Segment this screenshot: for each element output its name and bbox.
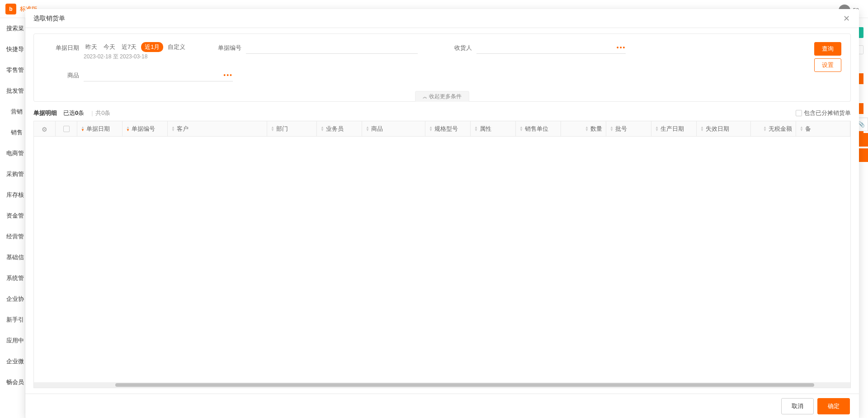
sort-icon	[321, 126, 324, 132]
modal-title: 选取销货单	[33, 14, 65, 23]
sort-icon	[474, 126, 478, 132]
cancel-button[interactable]: 取消	[781, 398, 814, 414]
sort-icon	[81, 126, 85, 132]
col-no[interactable]: 单据编号	[123, 121, 168, 136]
col-attr[interactable]: 属性	[471, 121, 516, 136]
confirm-button[interactable]: 确定	[817, 398, 850, 414]
include-allocated-label: 包含已分摊销货单	[804, 109, 851, 117]
doc-no-input[interactable]	[246, 42, 418, 54]
col-spec[interactable]: 规格型号	[425, 121, 471, 136]
sort-icon	[610, 126, 613, 132]
col-dept[interactable]: 部门	[267, 121, 317, 136]
filter-receiver: 收货人 •••	[436, 42, 626, 61]
sort-icon	[429, 126, 433, 132]
collapse-filters-toggle[interactable]: ︽ 收起更多条件	[415, 91, 469, 102]
filter-receiver-label: 收货人	[436, 42, 476, 52]
col-remark[interactable]: 备	[796, 121, 850, 136]
table-body	[34, 137, 850, 382]
sort-icon	[763, 126, 767, 132]
sort-icon	[700, 126, 704, 132]
sort-icon	[366, 126, 369, 132]
sort-icon	[585, 126, 589, 132]
date-quick-custom[interactable]: 自定义	[166, 42, 187, 52]
chevron-up-icon: ︽	[423, 94, 427, 100]
table-header-row: 单据日期 单据编号 客户 部门	[34, 121, 850, 137]
col-unit[interactable]: 销售单位	[516, 121, 561, 136]
date-quick-last1m[interactable]: 近1月	[141, 42, 163, 52]
filter-panel: 单据日期 昨天 今天 近7天 近1月 自定义 2023-02-18 至 2023…	[33, 33, 851, 102]
tab-detail[interactable]: 单据明细	[33, 109, 57, 117]
close-icon[interactable]: ✕	[842, 14, 851, 23]
col-product[interactable]: 商品	[362, 121, 425, 136]
filter-product-label: 商品	[43, 70, 84, 80]
filter-product: 商品 •••	[43, 70, 233, 81]
sort-icon	[126, 126, 130, 132]
product-more-icon[interactable]: •••	[223, 71, 233, 79]
date-quick-yesterday[interactable]: 昨天	[84, 42, 99, 52]
collapse-label: 收起更多条件	[429, 93, 462, 100]
date-quick-today[interactable]: 今天	[102, 42, 117, 52]
col-customer[interactable]: 客户	[168, 121, 267, 136]
col-exp-date[interactable]: 失效日期	[697, 121, 751, 136]
selected-count: 已选0条	[63, 109, 84, 117]
col-prod-date[interactable]: 生产日期	[651, 121, 697, 136]
filter-doc-no: 单据编号	[205, 42, 418, 61]
date-range-text: 2023-02-18 至 2023-03-18	[84, 53, 187, 61]
modal-footer: 取消 确定	[25, 394, 859, 418]
settings-button[interactable]: 设置	[814, 58, 841, 72]
sort-icon	[271, 126, 274, 132]
sort-icon	[519, 126, 523, 132]
sort-icon	[800, 126, 803, 132]
include-allocated-checkbox[interactable]: 包含已分摊销货单	[796, 109, 851, 117]
checkbox-icon	[796, 110, 802, 116]
col-qty[interactable]: 数量	[561, 121, 606, 136]
modal-header: 选取销货单 ✕	[25, 9, 859, 28]
filter-doc-no-label: 单据编号	[205, 42, 246, 52]
sort-icon	[171, 126, 175, 132]
filter-date: 单据日期 昨天 今天 近7天 近1月 自定义 2023-02-18 至 2023…	[43, 42, 187, 61]
sort-icon	[655, 126, 659, 132]
horizontal-scrollbar[interactable]	[34, 382, 850, 388]
date-quick-last7[interactable]: 近7天	[120, 42, 138, 52]
product-input[interactable]	[84, 70, 233, 81]
col-batch[interactable]: 批号	[606, 121, 651, 136]
table-settings-button[interactable]	[34, 121, 56, 136]
query-button[interactable]: 查询	[814, 42, 841, 56]
scrollbar-thumb[interactable]	[115, 383, 814, 387]
receiver-input[interactable]	[476, 42, 626, 54]
checkbox-icon	[63, 126, 70, 132]
col-date[interactable]: 单据日期	[77, 121, 123, 136]
select-all-checkbox[interactable]	[56, 121, 77, 136]
col-sales[interactable]: 业务员	[317, 121, 362, 136]
filter-date-label: 单据日期	[43, 42, 84, 52]
total-count: 共0条	[90, 109, 110, 117]
gear-icon	[42, 126, 48, 132]
receiver-more-icon[interactable]: •••	[617, 44, 626, 51]
results-table: 单据日期 单据编号 客户 部门	[33, 121, 851, 388]
col-amount[interactable]: 无税金额	[751, 121, 796, 136]
select-sales-order-modal: 选取销货单 ✕ 单据日期 昨天 今天 近7天 近1月	[25, 9, 859, 418]
